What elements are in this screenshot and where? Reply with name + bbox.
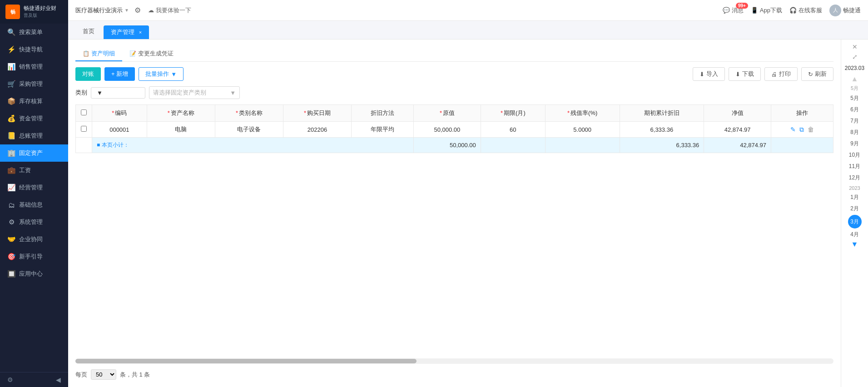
sidebar-item-总账管理[interactable]: 📒总账管理 bbox=[0, 127, 68, 144]
new-label: + 新增 bbox=[111, 70, 128, 78]
timeline-month-7[interactable]: 7月 bbox=[845, 116, 865, 126]
sidebar-item-新手引导[interactable]: 🎯新手引导 bbox=[0, 248, 68, 265]
customer-service-button[interactable]: 🎧 在线客服 bbox=[789, 6, 822, 15]
timeline-month-8[interactable]: 8月 bbox=[845, 127, 865, 138]
main-area: 医疗器械行业演示 ▼ ⚙ ☁ 我要体验一下 💬 消息 99+ 📱 App下载 🎧… bbox=[68, 0, 868, 387]
main-content: 📋 资产明细 📝 变更生成凭证 对账 + 新增 批量操作 ▼ bbox=[68, 40, 841, 387]
nav-label: 新手引导 bbox=[19, 253, 43, 261]
th-net-value: 净值 bbox=[704, 105, 771, 122]
filter-arrow: ▼ bbox=[97, 89, 103, 96]
sidebar-item-经营管理[interactable]: 📈经营管理 bbox=[0, 179, 68, 196]
delete-icon[interactable]: 🗑 bbox=[808, 126, 814, 133]
sidebar-item-销售管理[interactable]: 📊销售管理 bbox=[0, 58, 68, 75]
subtotal-residual bbox=[545, 138, 620, 153]
nav-label: 快捷导航 bbox=[19, 45, 43, 54]
nav-label: 库存核算 bbox=[19, 97, 43, 105]
timeline-month-9[interactable]: 9月 bbox=[845, 139, 865, 149]
collapse-icon[interactable]: ◀ bbox=[56, 376, 61, 383]
import-label: 导入 bbox=[706, 70, 718, 78]
timeline-month-12[interactable]: 12月 bbox=[845, 173, 865, 183]
nav-icon: 📈 bbox=[7, 184, 15, 192]
topbar-gear-icon[interactable]: ⚙ bbox=[134, 6, 141, 15]
message-icon: 💬 bbox=[723, 7, 730, 14]
experience-icon: ☁ bbox=[148, 7, 154, 14]
company-selector[interactable]: 医疗器械行业演示 ▼ bbox=[75, 6, 129, 15]
sidebar: 畅 畅捷通好业财 普及版 🔍搜索菜单⚡快捷导航📊销售管理🛒采购管理📦库存核算💰资… bbox=[0, 0, 68, 387]
nav-label: 系统管理 bbox=[19, 218, 43, 226]
sidebar-item-企业协同[interactable]: 🤝企业协同 bbox=[0, 231, 68, 248]
nav-icon: 💼 bbox=[7, 166, 15, 174]
sidebar-item-工资[interactable]: 💼工资 bbox=[0, 162, 68, 179]
tab-home[interactable]: 首页 bbox=[75, 25, 102, 39]
sidebar-item-资金管理[interactable]: 💰资金管理 bbox=[0, 110, 68, 127]
import-button[interactable]: ⬇ 导入 bbox=[693, 67, 725, 81]
panel-close-icon[interactable]: ✕ bbox=[852, 43, 858, 50]
tab-asset-management[interactable]: 资产管理 × bbox=[104, 25, 149, 39]
topbar: 医疗器械行业演示 ▼ ⚙ ☁ 我要体验一下 💬 消息 99+ 📱 App下载 🎧… bbox=[68, 0, 868, 21]
cell-actions: ✎ ⧉ 🗑 bbox=[771, 122, 833, 138]
per-page-select[interactable]: 50 100 200 bbox=[91, 369, 116, 380]
panel-expand-icon[interactable]: ⤢ bbox=[852, 53, 858, 60]
username: 畅捷通 bbox=[843, 6, 861, 15]
sidebar-item-快捷导航[interactable]: ⚡快捷导航 bbox=[0, 41, 68, 58]
tab-close-icon[interactable]: × bbox=[139, 30, 142, 35]
cell-original-value: 50,000.00 bbox=[414, 122, 481, 138]
nav-icon: 💰 bbox=[7, 114, 15, 123]
sub-tabs: 📋 资产明细 📝 变更生成凭证 bbox=[75, 47, 833, 62]
copy-icon[interactable]: ⧉ bbox=[799, 126, 804, 134]
row-actions: ✎ ⧉ 🗑 bbox=[776, 126, 828, 134]
reconcile-button[interactable]: 对账 bbox=[75, 67, 101, 81]
timeline-month-6[interactable]: 6月 bbox=[845, 104, 865, 115]
sidebar-item-搜索菜单[interactable]: 🔍搜索菜单 bbox=[0, 24, 68, 41]
select-all-checkbox[interactable] bbox=[81, 109, 87, 115]
cell-net-value: 42,874.97 bbox=[704, 122, 771, 138]
panel-prev-icon[interactable]: ▲ bbox=[851, 75, 858, 83]
cell-residual-rate: 5.0000 bbox=[545, 122, 620, 138]
edit-icon[interactable]: ✎ bbox=[790, 126, 796, 133]
th-accumulated-depreciation: 期初累计折旧 bbox=[620, 105, 704, 122]
settings-icon[interactable]: ⚙ bbox=[7, 376, 13, 383]
toolbar: 对账 + 新增 批量操作 ▼ ⬇ 导入 ⬇ 下载 bbox=[75, 67, 833, 81]
filter-placeholder: 请选择固定资产类别 bbox=[153, 89, 206, 97]
nav-icon: 🔲 bbox=[7, 270, 15, 278]
download-button[interactable]: ⬇ 下载 bbox=[729, 67, 761, 81]
th-actions: 操作 bbox=[771, 105, 833, 122]
timeline-month-2-2023[interactable]: 2月 bbox=[845, 203, 865, 214]
app-download-button[interactable]: 📱 App下载 bbox=[751, 6, 782, 15]
timeline-month-1-2023[interactable]: 1月 bbox=[845, 192, 865, 203]
content-area: 📋 资产明细 📝 变更生成凭证 对账 + 新增 批量操作 ▼ bbox=[68, 40, 868, 387]
row-select-checkbox[interactable] bbox=[81, 126, 87, 132]
messages-button[interactable]: 💬 消息 99+ bbox=[723, 6, 744, 15]
horizontal-scrollbar[interactable] bbox=[75, 358, 833, 364]
cell-accumulated-depreciation: 6,333.36 bbox=[620, 122, 704, 138]
new-button[interactable]: + 新增 bbox=[104, 67, 135, 81]
sidebar-item-固定资产[interactable]: 🏢固定资产 bbox=[0, 144, 68, 162]
sub-tab-voucher-gen[interactable]: 📝 变更生成凭证 bbox=[122, 47, 181, 61]
cell-name: 电脑 bbox=[147, 122, 215, 138]
sidebar-nav: 🔍搜索菜单⚡快捷导航📊销售管理🛒采购管理📦库存核算💰资金管理📒总账管理🏢固定资产… bbox=[0, 24, 68, 372]
nav-label: 总账管理 bbox=[19, 132, 43, 140]
user-menu[interactable]: 人 畅捷通 bbox=[829, 5, 861, 16]
timeline-month-11[interactable]: 11月 bbox=[845, 161, 865, 172]
sidebar-item-系统管理[interactable]: ⚙系统管理 bbox=[0, 213, 68, 231]
experience-button[interactable]: ☁ 我要体验一下 bbox=[148, 6, 191, 15]
timeline-month-4-2023[interactable]: 4月 bbox=[845, 229, 865, 240]
refresh-button[interactable]: ↻ 刷新 bbox=[801, 67, 833, 81]
tab-home-label: 首页 bbox=[83, 28, 94, 35]
timeline-month-5[interactable]: 5月 bbox=[845, 93, 865, 104]
asset-category-dropdown[interactable]: 请选择固定资产类别 ▼ bbox=[149, 86, 240, 99]
nav-icon: 🛒 bbox=[7, 80, 15, 88]
sidebar-item-基础信息[interactable]: 🗂基础信息 bbox=[0, 196, 68, 213]
sidebar-item-应用中心[interactable]: 🔲应用中心 bbox=[0, 265, 68, 283]
category-filter[interactable]: ▼ bbox=[91, 87, 145, 99]
sub-tab-asset-detail[interactable]: 📋 资产明细 bbox=[75, 47, 122, 61]
sidebar-item-采购管理[interactable]: 🛒采购管理 bbox=[0, 75, 68, 93]
batch-button[interactable]: 批量操作 ▼ bbox=[139, 67, 184, 81]
print-button[interactable]: 🖨 打印 bbox=[764, 67, 798, 81]
sidebar-item-库存核算[interactable]: 📦库存核算 bbox=[0, 93, 68, 110]
timeline-month-3-2023[interactable]: 3月 bbox=[848, 215, 862, 228]
timeline-month-10[interactable]: 10月 bbox=[845, 150, 865, 160]
nav-icon: 📒 bbox=[7, 132, 15, 140]
nav-icon: 📦 bbox=[7, 97, 15, 105]
panel-next-icon[interactable]: ▼ bbox=[851, 240, 858, 248]
